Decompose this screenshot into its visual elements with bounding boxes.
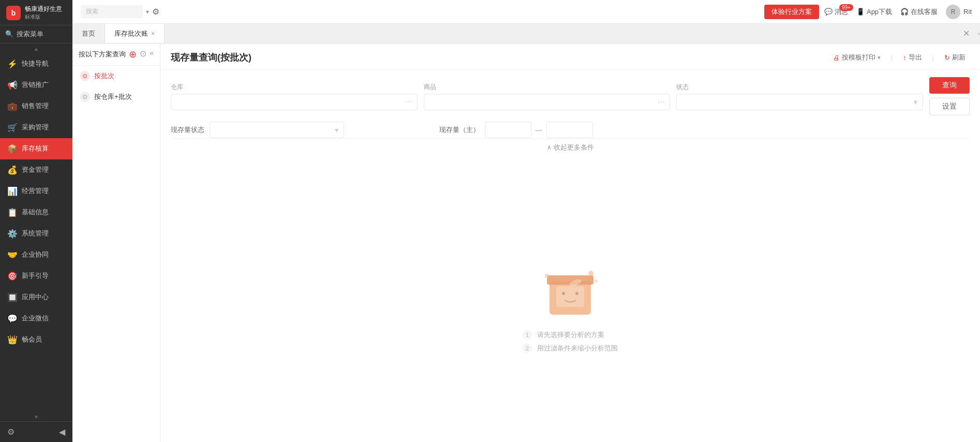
topbar-search-box[interactable]: 搜索 — [81, 5, 143, 18]
main-content: 现存量查询(按批次) 🖨 按模板打印 ▾ | ↑ 导出 | ↻ — [160, 43, 980, 442]
scheme-item-by-warehouse-batch[interactable]: ⊙ 按仓库+批次 — [72, 86, 160, 107]
filter-area: 仓库 ··· 商品 ··· — [160, 70, 980, 164]
inventory-status-select[interactable]: ▾ — [210, 122, 344, 138]
sidebar-item-basic-info[interactable]: 📋 基础信息 — [0, 202, 72, 223]
page-title: 现存量查询(按批次) — [171, 51, 251, 64]
empty-hint-2: 2 用过滤条件来缩小分析范围 — [523, 344, 618, 353]
sidebar-search[interactable]: 🔍 搜索菜单 — [0, 25, 72, 43]
scheme-panel: 按以下方案查询 ⊕ ⊙ « ⊙ 按批次 ⊙ 按仓库+批次 — [72, 43, 160, 442]
headset-icon: 🎧 — [900, 8, 909, 16]
tab-batch-inventory[interactable]: 库存批次账 × — [105, 24, 165, 43]
scroll-up-arrow[interactable]: ▲ — [0, 43, 72, 53]
member-icon: 👑 — [7, 335, 18, 345]
tab-close-icon[interactable]: × — [151, 30, 155, 37]
sidebar-item-member[interactable]: 👑 畅会员 — [0, 329, 72, 350]
status-input[interactable]: ▾ — [676, 94, 923, 110]
warehouse-more-icon: ··· — [405, 97, 411, 107]
sidebar-search-label: 搜索菜单 — [17, 30, 43, 39]
username-label: Rit — [963, 8, 972, 16]
user-profile-btn[interactable]: R Rit — [946, 5, 972, 19]
scheme-list: ⊙ 按批次 ⊙ 按仓库+批次 — [72, 66, 160, 442]
breadcrumb-chevron-icon[interactable]: ▾ — [146, 8, 149, 16]
inventory-qty-max-input[interactable] — [546, 122, 593, 138]
inventory-status-chevron-icon: ▾ — [335, 126, 338, 134]
messages-btn[interactable]: 💬 消息 99+ — [824, 7, 848, 17]
warehouse-input[interactable]: ··· — [171, 94, 418, 110]
export-icon: ↑ — [903, 54, 907, 62]
tab-home-label: 首页 — [82, 29, 95, 38]
export-label: 导出 — [909, 53, 922, 62]
sidebar-item-label: 经营管理 — [22, 186, 49, 196]
scheme-icon-batch: ⊙ — [80, 71, 90, 81]
main-area: 搜索 ▾ ⚙ 体验行业方案 💬 消息 99+ 📱 App下载 🎧 在线客服 — [72, 0, 980, 442]
online-service-label: 在线客服 — [911, 7, 938, 17]
sidebar-item-finance[interactable]: 💰 资金管理 — [0, 159, 72, 181]
print-template-btn[interactable]: 🖨 按模板打印 ▾ — [829, 51, 885, 64]
sidebar-item-enterprise-wechat[interactable]: 💬 企业微信 — [0, 308, 72, 329]
tab-panel-close-btn[interactable]: ✕ — [957, 28, 976, 38]
sidebar: b 畅康通好生意 标准版 🔍 搜索菜单 ▲ ⚡ 快捷导航 📢 营销推广 💼 销售… — [0, 0, 72, 442]
inventory-qty-min-input[interactable] — [485, 122, 531, 138]
finance-icon: 💰 — [7, 165, 18, 175]
refresh-btn[interactable]: ↻ 刷新 — [940, 51, 970, 64]
sidebar-item-marketing[interactable]: 📢 营销推广 — [0, 75, 72, 96]
sidebar-item-system[interactable]: ⚙️ 系统管理 — [0, 223, 72, 244]
topbar-settings-icon[interactable]: ⚙ — [152, 7, 159, 17]
sidebar-item-operations[interactable]: 📊 经营管理 — [0, 181, 72, 202]
sidebar-item-label: 应用中心 — [22, 292, 49, 302]
tab-home[interactable]: 首页 — [72, 24, 105, 43]
app-logo-icon: b — [6, 6, 21, 20]
inventory-qty-range: — — [485, 122, 593, 138]
settings-btn[interactable]: 设置 — [929, 98, 970, 115]
sidebar-item-enterprise[interactable]: 🤝 企业协同 — [0, 244, 72, 266]
sidebar-item-purchase[interactable]: 🛒 采购管理 — [0, 117, 72, 138]
sidebar-item-inventory[interactable]: 📦 库存核算 — [0, 138, 72, 159]
sidebar-item-quick-nav[interactable]: ⚡ 快捷导航 — [0, 53, 72, 75]
sidebar-item-sales[interactable]: 💼 销售管理 — [0, 96, 72, 117]
empty-svg — [537, 253, 604, 320]
operations-icon: 📊 — [7, 186, 18, 196]
scheme-item-by-batch[interactable]: ⊙ 按批次 — [72, 66, 160, 86]
sidebar-item-newcomer[interactable]: 🎯 新手引导 — [0, 266, 72, 287]
sidebar-item-label: 基础信息 — [22, 208, 49, 217]
svg-point-7 — [595, 279, 598, 283]
sidebar-collapse-icon[interactable]: ◀ — [59, 427, 65, 437]
collapse-more-btn[interactable]: ∧ 收起更多条件 — [171, 138, 970, 156]
sidebar-item-app-center[interactable]: 🔲 应用中心 — [0, 287, 72, 308]
page-header: 现存量查询(按批次) 🖨 按模板打印 ▾ | ↑ 导出 | ↻ — [160, 43, 980, 70]
filter-buttons: 查询 设置 — [929, 77, 970, 115]
online-service-btn[interactable]: 🎧 在线客服 — [900, 7, 938, 17]
status-chevron-icon: ▾ — [914, 98, 917, 106]
tab-expand-icon[interactable]: › — [978, 30, 980, 37]
svg-point-4 — [575, 292, 578, 295]
print-icon: 🖨 — [833, 54, 840, 62]
product-input[interactable]: ··· — [424, 94, 671, 110]
header-sep-2: | — [932, 54, 934, 62]
app-download-btn[interactable]: 📱 App下载 — [856, 7, 892, 17]
phone-icon: 📱 — [856, 8, 865, 16]
export-btn[interactable]: ↑ 导出 — [899, 51, 926, 64]
sidebar-item-label: 快捷导航 — [22, 59, 49, 68]
warehouse-label: 仓库 — [171, 83, 418, 92]
scheme-add-icon[interactable]: ⊕ — [129, 49, 137, 60]
purchase-icon: 🛒 — [7, 123, 18, 132]
empty-hint-1: 1 请先选择要分析的方案 — [523, 330, 618, 340]
enterprise-icon: 🤝 — [7, 250, 18, 260]
sidebar-item-label: 企业微信 — [22, 314, 49, 323]
scheme-settings-icon[interactable]: ⊙ — [140, 49, 146, 60]
warehouse-field: 仓库 ··· — [171, 83, 418, 110]
trial-industry-btn[interactable]: 体验行业方案 — [764, 5, 819, 19]
sidebar-item-label: 资金管理 — [22, 165, 49, 174]
query-btn[interactable]: 查询 — [929, 77, 970, 94]
filter-row-1: 仓库 ··· 商品 ··· — [171, 77, 970, 115]
sales-icon: 💼 — [7, 101, 18, 111]
scheme-icon-warehouse-batch: ⊙ — [80, 92, 90, 102]
sidebar-settings-icon[interactable]: ⚙ — [7, 427, 14, 437]
refresh-label: 刷新 — [952, 53, 966, 62]
scroll-down-arrow[interactable]: ▼ — [0, 411, 72, 421]
print-chevron-icon: ▾ — [878, 54, 881, 61]
collapse-arrow-icon: ∧ — [547, 144, 552, 151]
scheme-collapse-icon[interactable]: « — [150, 49, 154, 60]
sidebar-item-label: 系统管理 — [22, 229, 49, 238]
product-more-icon: ··· — [658, 97, 664, 107]
